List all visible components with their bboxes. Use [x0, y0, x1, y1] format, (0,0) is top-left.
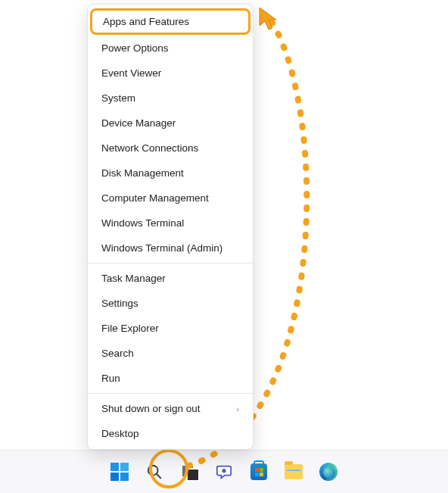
winx-context-menu: Apps and Features Power Options Event Vi… — [87, 4, 254, 450]
windows-logo-icon — [110, 463, 129, 481]
menu-item-disk-management[interactable]: Disk Management — [88, 161, 253, 186]
desktop: Apps and Features Power Options Event Vi… — [0, 0, 448, 493]
menu-item-label: Device Manager — [101, 117, 176, 129]
menu-item-apps-and-features[interactable]: Apps and Features — [90, 8, 250, 35]
menu-item-event-viewer[interactable]: Event Viewer — [88, 61, 253, 86]
taskbar-task-view-button[interactable] — [177, 460, 201, 484]
svg-point-2 — [222, 469, 226, 473]
menu-item-label: Run — [101, 373, 120, 384]
file-explorer-icon — [285, 464, 303, 479]
menu-item-label: Windows Terminal (Admin) — [101, 242, 222, 254]
menu-item-label: Shut down or sign out — [101, 403, 201, 414]
annotation-cursor-icon — [257, 6, 280, 32]
start-button[interactable] — [107, 460, 132, 484]
task-view-icon — [181, 464, 198, 479]
menu-item-settings[interactable]: Settings — [88, 291, 253, 316]
taskbar — [0, 450, 448, 493]
menu-item-label: Network Connections — [101, 142, 198, 154]
chevron-right-icon: › — [232, 404, 239, 413]
menu-item-system[interactable]: System — [88, 86, 253, 111]
menu-item-label: Task Manager — [101, 273, 166, 284]
menu-item-windows-terminal-admin[interactable]: Windows Terminal (Admin) — [88, 236, 253, 261]
menu-item-file-explorer[interactable]: File Explorer — [88, 316, 253, 341]
menu-item-label: System — [101, 92, 135, 104]
svg-line-1 — [157, 474, 161, 479]
menu-item-network-connections[interactable]: Network Connections — [88, 136, 253, 161]
taskbar-microsoft-store-button[interactable] — [247, 460, 271, 484]
taskbar-chat-button[interactable] — [212, 460, 236, 484]
taskbar-search-button[interactable] — [142, 460, 166, 484]
menu-item-label: Desktop — [101, 428, 139, 439]
menu-item-label: File Explorer — [101, 323, 159, 334]
edge-icon — [319, 463, 338, 481]
menu-item-desktop[interactable]: Desktop — [88, 421, 253, 446]
menu-item-label: Apps and Features — [103, 16, 189, 27]
microsoft-store-icon — [250, 463, 267, 480]
menu-item-windows-terminal[interactable]: Windows Terminal — [88, 211, 253, 236]
taskbar-edge-button[interactable] — [316, 460, 341, 484]
search-icon — [146, 463, 163, 480]
menu-item-power-options[interactable]: Power Options — [88, 36, 253, 61]
menu-item-label: Search — [101, 348, 134, 359]
menu-item-label: Settings — [101, 298, 138, 309]
menu-item-label: Disk Management — [101, 167, 184, 179]
menu-item-label: Windows Terminal — [101, 217, 184, 229]
menu-item-run[interactable]: Run — [88, 366, 253, 391]
menu-separator — [88, 393, 253, 394]
menu-separator — [88, 263, 253, 264]
chat-icon — [216, 463, 232, 480]
menu-item-label: Power Options — [101, 42, 169, 54]
menu-item-search[interactable]: Search — [88, 341, 253, 366]
menu-item-shut-down-or-sign-out[interactable]: Shut down or sign out› — [88, 396, 253, 421]
menu-item-label: Event Viewer — [101, 67, 161, 79]
menu-item-device-manager[interactable]: Device Manager — [88, 111, 253, 136]
menu-item-label: Computer Management — [101, 192, 209, 204]
menu-item-computer-management[interactable]: Computer Management — [88, 186, 253, 211]
menu-item-task-manager[interactable]: Task Manager — [88, 266, 253, 291]
taskbar-file-explorer-button[interactable] — [282, 460, 306, 484]
